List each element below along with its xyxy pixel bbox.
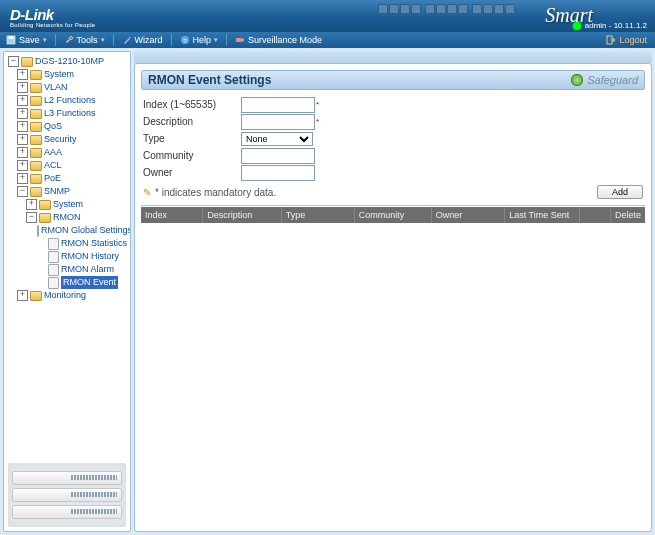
expand-icon[interactable]: + [17,82,28,93]
wizard-icon [122,35,132,45]
folder-icon [30,291,42,301]
help-icon: ? [180,35,190,45]
folder-icon [30,148,42,158]
page-icon [48,238,59,250]
col-community: Community [354,207,431,223]
tools-icon [64,35,74,45]
tree-l2[interactable]: +L2 Functions [17,94,128,107]
expand-icon[interactable]: + [17,134,28,145]
description-input[interactable] [241,114,315,130]
menu-save[interactable]: Save ▾ [0,32,53,48]
menu-tools-label: Tools [77,35,98,45]
tree-rmon-global[interactable]: RMON Global Settings [35,224,128,237]
tree-acl[interactable]: +ACL [17,159,128,172]
switch-graphic [12,505,122,519]
tree-rmon-history[interactable]: RMON History [35,250,128,263]
logout-link[interactable]: Logout [606,35,647,45]
expand-icon[interactable]: + [17,173,28,184]
owner-input[interactable] [241,165,315,181]
col-type: Type [281,207,354,223]
user-indicator: admin - 10.11.1.2 [573,21,647,30]
page-title-bar: RMON Event Settings Safeguard [141,70,645,90]
tree-rmon-event[interactable]: RMON Event [35,276,128,289]
chevron-down-icon: ▾ [43,36,47,44]
expand-icon[interactable]: + [17,160,28,171]
pencil-icon: ✎ [143,187,151,198]
tree-security[interactable]: +Security [17,133,128,146]
expand-icon[interactable]: + [26,199,37,210]
shield-icon [571,74,583,86]
tree-system[interactable]: +System [17,68,128,81]
tab-strip [134,51,652,63]
folder-icon [30,109,42,119]
tree-aaa[interactable]: +AAA [17,146,128,159]
index-input[interactable] [241,97,315,113]
mandatory-mark: * [316,100,319,109]
tree-device[interactable]: −DGS-1210-10MP [8,55,128,68]
folder-icon [30,70,42,80]
add-button[interactable]: Add [597,185,643,199]
community-input[interactable] [241,148,315,164]
tree-rmon-alarm[interactable]: RMON Alarm [35,263,128,276]
page-icon [48,264,59,276]
folder-icon [30,135,42,145]
page-title: RMON Event Settings [148,73,271,87]
port-array-graphic [378,4,515,14]
tree-snmp-system[interactable]: +System [26,198,128,211]
collapse-icon[interactable]: − [26,212,37,223]
table-header-row: Index Description Type Community Owner L… [141,207,645,223]
svg-rect-5 [236,38,242,42]
logout-label: Logout [619,35,647,45]
menu-surveillance[interactable]: Surveillance Mode [229,32,328,48]
collapse-icon[interactable]: − [8,56,19,67]
tree-vlan[interactable]: +VLAN [17,81,128,94]
collapse-icon[interactable]: − [17,186,28,197]
content-panel: RMON Event Settings Safeguard Index (1~6… [134,63,652,532]
user-label: admin - 10.11.1.2 [585,21,647,30]
expand-icon[interactable]: + [17,147,28,158]
page-icon [37,225,39,237]
col-description: Description [203,207,282,223]
status-dot-icon [573,22,581,30]
col-index: Index [141,207,203,223]
tree-monitoring[interactable]: +Monitoring [17,289,128,302]
menu-help[interactable]: ? Help ▾ [174,32,225,48]
menu-wizard[interactable]: Wizard [116,32,169,48]
expand-icon[interactable]: + [17,290,28,301]
tree-qos[interactable]: +QoS [17,120,128,133]
tree-snmp-rmon[interactable]: −RMON [26,211,128,224]
folder-icon [30,83,42,93]
mandatory-hint: * indicates mandatory data. [155,187,276,198]
tree-rmon-stats[interactable]: RMON Statistics [35,237,128,250]
brand-name: D-Link [10,6,54,23]
mandatory-mark: * [316,117,319,126]
chevron-down-icon: ▾ [101,36,105,44]
expand-icon[interactable]: + [17,69,28,80]
type-select[interactable]: None [241,132,313,146]
menu-tools[interactable]: Tools ▾ [58,32,111,48]
tree-poe[interactable]: +PoE [17,172,128,185]
folder-icon [30,187,42,197]
expand-icon[interactable]: + [17,108,28,119]
svg-point-2 [69,37,72,40]
tree-snmp[interactable]: −SNMP [17,185,128,198]
page-icon [48,277,59,289]
menu-save-label: Save [19,35,40,45]
event-table: Index Description Type Community Owner L… [141,207,645,223]
nav-tree: −DGS-1210-10MP +System +VLAN +L2 Functio… [4,52,130,459]
tree-l3[interactable]: +L3 Functions [17,107,128,120]
folder-icon [39,213,51,223]
folder-icon [21,57,33,67]
folder-icon [39,200,51,210]
col-owner: Owner [431,207,505,223]
brand-tagline: Building Networks for People [10,22,95,28]
col-last: Last Time Sent [505,207,580,223]
menu-help-label: Help [193,35,212,45]
label-owner: Owner [143,167,241,178]
expand-icon[interactable]: + [17,121,28,132]
save-icon [6,35,16,45]
folder-icon [30,96,42,106]
col-blank [579,207,610,223]
safeguard-label: Safeguard [587,74,638,86]
expand-icon[interactable]: + [17,95,28,106]
